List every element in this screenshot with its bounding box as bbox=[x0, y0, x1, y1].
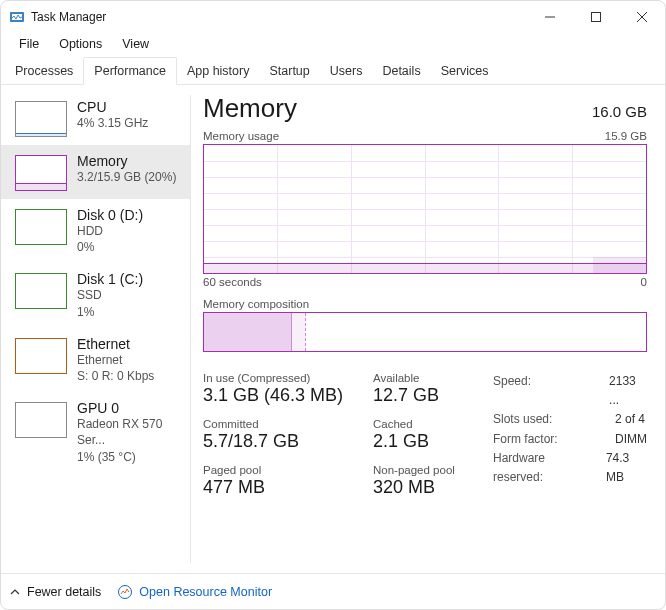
sidebar-item-cpu[interactable]: CPU 4% 3.15 GHz bbox=[1, 91, 190, 145]
sidebar-item-sub2: 1% (35 °C) bbox=[77, 449, 180, 465]
sidebar-item-sub: HDD bbox=[77, 223, 143, 239]
sidebar-item-sub2: 1% bbox=[77, 304, 143, 320]
sidebar: CPU 4% 3.15 GHz Memory 3.2/15.9 GB (20%)… bbox=[1, 85, 190, 573]
hw-reserved-label: Hardware reserved: bbox=[493, 449, 596, 487]
sidebar-item-sub: Ethernet bbox=[77, 352, 154, 368]
hw-slots-label: Slots used: bbox=[493, 410, 605, 429]
sidebar-item-gpu[interactable]: GPU 0 Radeon RX 570 Ser... 1% (35 °C) bbox=[1, 392, 190, 473]
memory-stats: In use (Compressed) 3.1 GB (46.3 MB) Ava… bbox=[203, 372, 647, 498]
stat-cached-label: Cached bbox=[373, 418, 473, 430]
stat-paged-label: Paged pool bbox=[203, 464, 373, 476]
hw-form-label: Form factor: bbox=[493, 430, 605, 449]
sidebar-item-label: Disk 1 (C:) bbox=[77, 271, 143, 287]
sidebar-item-label: Ethernet bbox=[77, 336, 154, 352]
sidebar-item-sub: Radeon RX 570 Ser... bbox=[77, 416, 180, 448]
titlebar[interactable]: Task Manager bbox=[1, 1, 665, 33]
svg-rect-3 bbox=[592, 13, 601, 22]
page-title: Memory bbox=[203, 93, 297, 124]
menubar: File Options View bbox=[1, 33, 665, 55]
sidebar-item-memory[interactable]: Memory 3.2/15.9 GB (20%) bbox=[1, 145, 190, 199]
stat-in-use-value: 3.1 GB (46.3 MB) bbox=[203, 385, 373, 406]
gpu-thumb-icon bbox=[15, 402, 67, 438]
sidebar-item-label: Memory bbox=[77, 153, 176, 169]
usage-chart-label: Memory usage bbox=[203, 130, 279, 142]
hw-form-value: DIMM bbox=[615, 430, 647, 449]
tab-users[interactable]: Users bbox=[320, 58, 373, 84]
stat-paged-value: 477 MB bbox=[203, 477, 373, 498]
stat-committed-label: Committed bbox=[203, 418, 373, 430]
sidebar-item-sub2: 0% bbox=[77, 239, 143, 255]
hw-slots-value: 2 of 4 bbox=[615, 410, 645, 429]
disk-thumb-icon bbox=[15, 209, 67, 245]
ethernet-thumb-icon bbox=[15, 338, 67, 374]
stat-committed-value: 5.7/18.7 GB bbox=[203, 431, 373, 452]
sidebar-item-sub: 4% 3.15 GHz bbox=[77, 115, 148, 131]
sidebar-item-sub: SSD bbox=[77, 287, 143, 303]
task-manager-icon bbox=[9, 9, 25, 25]
menu-view[interactable]: View bbox=[112, 35, 159, 53]
tab-services[interactable]: Services bbox=[431, 58, 499, 84]
menu-options[interactable]: Options bbox=[49, 35, 112, 53]
stat-in-use-label: In use (Compressed) bbox=[203, 372, 373, 384]
hw-speed-label: Speed: bbox=[493, 372, 599, 410]
task-manager-window: Task Manager File Options View Processes… bbox=[0, 0, 666, 610]
tab-startup[interactable]: Startup bbox=[259, 58, 319, 84]
sidebar-item-disk0[interactable]: Disk 0 (D:) HDD 0% bbox=[1, 199, 190, 263]
composition-label: Memory composition bbox=[203, 298, 647, 310]
close-button[interactable] bbox=[619, 1, 665, 33]
tab-performance[interactable]: Performance bbox=[83, 57, 177, 85]
tab-bar: Processes Performance App history Startu… bbox=[1, 55, 665, 85]
memory-total: 16.0 GB bbox=[592, 103, 647, 120]
stat-cached-value: 2.1 GB bbox=[373, 431, 473, 452]
fewer-details-button[interactable]: Fewer details bbox=[27, 585, 101, 599]
stat-available-value: 12.7 GB bbox=[373, 385, 473, 406]
stat-nonpaged-label: Non-paged pool bbox=[373, 464, 473, 476]
main-panel: Memory 16.0 GB Memory usage 15.9 GB 60 s… bbox=[195, 85, 665, 573]
usage-x-right: 0 bbox=[641, 276, 647, 288]
cpu-thumb-icon bbox=[15, 101, 67, 137]
footer: Fewer details Open Resource Monitor bbox=[1, 573, 665, 609]
disk-thumb-icon bbox=[15, 273, 67, 309]
chevron-up-icon[interactable] bbox=[9, 586, 21, 598]
memory-usage-chart[interactable] bbox=[203, 144, 647, 274]
tab-processes[interactable]: Processes bbox=[5, 58, 83, 84]
composition-in-use bbox=[204, 313, 292, 351]
hw-reserved-value: 74.3 MB bbox=[606, 449, 647, 487]
resource-monitor-icon bbox=[117, 584, 133, 600]
sidebar-item-label: GPU 0 bbox=[77, 400, 180, 416]
sidebar-item-sub: 3.2/15.9 GB (20%) bbox=[77, 169, 176, 185]
maximize-button[interactable] bbox=[573, 1, 619, 33]
hw-speed-value: 2133 ... bbox=[609, 372, 647, 410]
sidebar-item-label: CPU bbox=[77, 99, 148, 115]
memory-thumb-icon bbox=[15, 155, 67, 191]
tab-app-history[interactable]: App history bbox=[177, 58, 260, 84]
window-title: Task Manager bbox=[31, 10, 527, 24]
usage-chart-max: 15.9 GB bbox=[605, 130, 647, 142]
usage-x-left: 60 seconds bbox=[203, 276, 262, 288]
minimize-button[interactable] bbox=[527, 1, 573, 33]
body: CPU 4% 3.15 GHz Memory 3.2/15.9 GB (20%)… bbox=[1, 85, 665, 573]
open-resource-monitor-link[interactable]: Open Resource Monitor bbox=[139, 585, 272, 599]
memory-composition-chart[interactable] bbox=[203, 312, 647, 352]
menu-file[interactable]: File bbox=[9, 35, 49, 53]
stat-nonpaged-value: 320 MB bbox=[373, 477, 473, 498]
composition-modified bbox=[292, 313, 305, 351]
sidebar-item-sub2: S: 0 R: 0 Kbps bbox=[77, 368, 154, 384]
stat-available-label: Available bbox=[373, 372, 473, 384]
tab-details[interactable]: Details bbox=[372, 58, 430, 84]
divider bbox=[190, 95, 191, 563]
sidebar-item-ethernet[interactable]: Ethernet Ethernet S: 0 R: 0 Kbps bbox=[1, 328, 190, 392]
sidebar-item-disk1[interactable]: Disk 1 (C:) SSD 1% bbox=[1, 263, 190, 327]
sidebar-item-label: Disk 0 (D:) bbox=[77, 207, 143, 223]
